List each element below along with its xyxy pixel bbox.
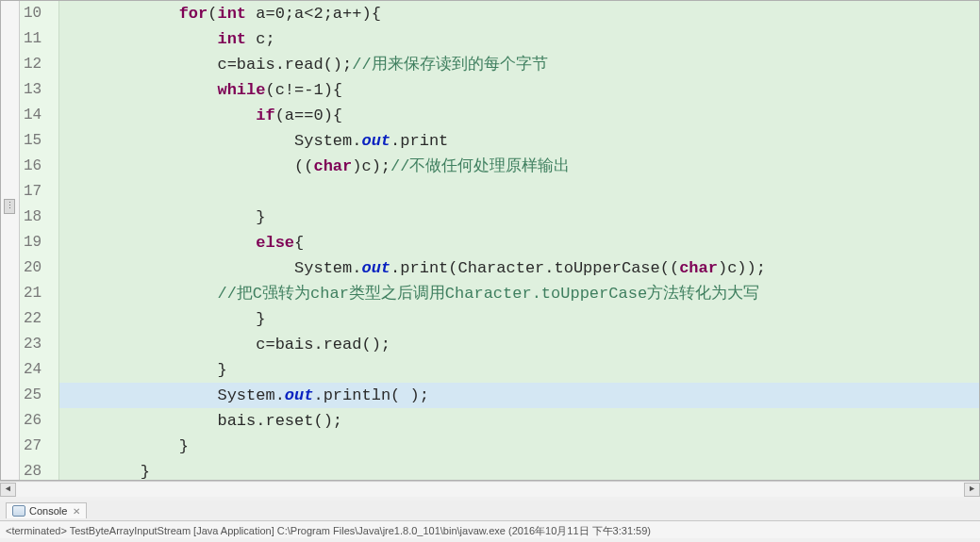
code-token: for — [179, 5, 208, 23]
code-token: char — [313, 157, 352, 175]
line-number-gutter: 10111213141516171819202122232425262728 — [20, 1, 59, 480]
code-token: bais.reset(); — [217, 412, 342, 430]
line-number: 11 — [24, 26, 51, 52]
line-number: 14 — [24, 103, 51, 128]
line-number: 23 — [24, 332, 51, 357]
code-token: (c!=-1){ — [265, 81, 342, 99]
line-number: 13 — [24, 77, 51, 103]
code-token: } — [256, 208, 265, 226]
code-line[interactable]: } — [59, 205, 979, 230]
line-number: 28 — [24, 459, 51, 485]
code-line[interactable]: int c; — [59, 26, 979, 52]
code-token: } — [256, 310, 265, 328]
code-line[interactable]: } — [59, 306, 979, 332]
code-token: out — [361, 132, 390, 150]
code-token: )c)); — [718, 259, 766, 277]
code-token: else — [256, 234, 294, 252]
code-line[interactable]: } — [59, 459, 979, 480]
code-line[interactable]: c=bais.read(); — [59, 332, 979, 357]
line-number: 10 — [24, 1, 51, 26]
code-token: )c); — [352, 157, 390, 175]
code-token: System. — [217, 386, 284, 404]
code-token: c; — [246, 30, 275, 48]
code-token: toUpperCase — [555, 259, 660, 277]
code-token: } — [141, 463, 150, 480]
fold-handle-icon[interactable]: ⋮ — [4, 199, 15, 214]
code-line[interactable]: } — [59, 434, 979, 459]
code-line[interactable] — [59, 179, 979, 205]
code-line[interactable]: for(int a=0;a<2;a++){ — [59, 1, 979, 26]
code-line[interactable]: else{ — [59, 230, 979, 255]
line-number: 16 — [24, 154, 51, 179]
code-line[interactable]: c=bais.read();//用来保存读到的每个字节 — [59, 52, 979, 77]
line-number: 15 — [24, 128, 51, 154]
line-number: 19 — [24, 230, 51, 255]
close-icon[interactable]: ✕ — [71, 506, 80, 517]
line-number: 20 — [24, 255, 51, 281]
code-token: } — [217, 361, 226, 379]
code-token: c=bais.read(); — [217, 56, 352, 74]
tab-console[interactable]: Console ✕ — [6, 502, 87, 518]
code-token: out — [285, 386, 314, 404]
code-token: System. — [294, 259, 361, 277]
code-line[interactable]: if(a==0){ — [59, 103, 979, 128]
code-editor[interactable]: ⋮ 10111213141516171819202122232425262728… — [0, 0, 980, 481]
line-number: 12 — [24, 52, 51, 77]
line-number: 21 — [24, 281, 51, 306]
code-token: //不做任何处理原样输出 — [390, 157, 570, 175]
code-token: System. — [294, 132, 361, 150]
code-token: (a==0){ — [275, 107, 342, 124]
code-line[interactable]: } — [59, 357, 979, 383]
code-token: char — [679, 259, 718, 277]
console-icon — [12, 505, 25, 517]
code-line[interactable]: System.out.print(Character.toUpperCase((… — [59, 255, 979, 281]
code-token: c=bais.read(); — [256, 336, 390, 353]
line-number: 26 — [24, 408, 51, 434]
horizontal-scrollbar[interactable]: ◄ ► — [0, 481, 980, 497]
code-token: //把C强转为char类型之后调用Character.toUpperCase方法… — [217, 285, 759, 303]
code-line[interactable]: ((char)c);//不做任何处理原样输出 — [59, 154, 979, 179]
line-number: 17 — [24, 179, 51, 205]
scroll-track[interactable] — [16, 483, 964, 497]
code-line[interactable]: while(c!=-1){ — [59, 77, 979, 103]
code-token: } — [179, 437, 189, 455]
code-token: int — [217, 5, 246, 23]
scroll-right-icon[interactable]: ► — [964, 483, 980, 497]
code-line[interactable]: bais.reset(); — [59, 408, 979, 434]
code-token: (( — [660, 259, 679, 277]
line-number: 18 — [24, 205, 51, 230]
code-token: ( — [208, 5, 217, 23]
line-number: 25 — [24, 383, 51, 408]
console-tab-bar: Console ✕ — [0, 501, 980, 521]
code-token: a=0;a<2;a++){ — [246, 5, 381, 23]
line-number: 27 — [24, 434, 51, 459]
code-token: //用来保存读到的每个字节 — [352, 56, 547, 74]
code-token: { — [294, 234, 304, 252]
code-token: .print — [390, 132, 448, 150]
code-token: out — [361, 259, 390, 277]
code-token: if — [256, 107, 274, 124]
line-number: 22 — [24, 306, 51, 332]
console-panel: Console ✕ <terminated> TestByteArrayInpu… — [0, 501, 980, 538]
code-line[interactable]: System.out.print — [59, 128, 979, 154]
terminated-status-text: <terminated> TestByteArrayInputStream [J… — [0, 521, 980, 538]
editor-left-margin: ⋮ — [1, 1, 20, 480]
code-token: .println( ); — [313, 386, 428, 404]
code-token: .print(Character. — [390, 259, 554, 277]
code-token: while — [217, 81, 265, 99]
code-token: (( — [294, 157, 313, 175]
code-token: int — [217, 30, 246, 48]
code-line[interactable]: //把C强转为char类型之后调用Character.toUpperCase方法… — [59, 281, 979, 306]
code-line[interactable]: System.out.println( ); — [59, 383, 979, 408]
console-tab-label: Console — [29, 505, 67, 517]
scroll-left-icon[interactable]: ◄ — [0, 483, 16, 497]
code-text-area[interactable]: for(int a=0;a<2;a++){ int c; c=bais.read… — [59, 1, 979, 480]
line-number: 24 — [24, 357, 51, 383]
